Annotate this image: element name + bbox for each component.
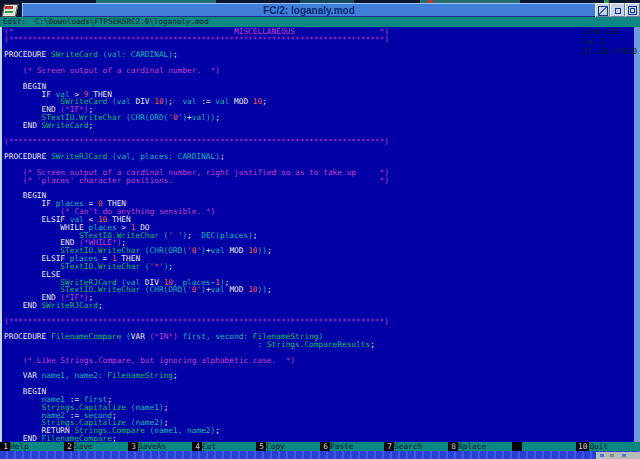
code-token: )) [258,285,267,294]
code-token: (* Like Strings.Compare, but ignoring al… [4,356,295,365]
code-line[interactable]: STextIO.WriteChar (CHR(ORD('0')+val MOD … [4,286,634,294]
cursor-status: Line 132 Col 1 32 x28 CP850 [539,17,637,27]
column-indicator: Col 1 [582,37,605,46]
fkey-2-save[interactable]: 2Save [64,442,128,451]
code-token: 10 [154,97,163,106]
code-line[interactable]: : Strings.CompareResults; [4,341,634,349]
code-line[interactable]: (* Like Strings.Compare, but ignoring al… [4,357,634,365]
fkey-6-paste[interactable]: 6Paste [320,442,384,451]
fkey-label: Search [394,442,448,451]
fkey-8-rplace[interactable]: 8Rplace [448,442,512,451]
line-indicator: Line 132 [582,27,619,36]
code-line[interactable]: (***************************************… [4,138,634,146]
fkey-10-quit[interactable]: 10Quit [576,442,640,451]
code-token: (* 'places' character positions. *) [4,176,389,185]
code-line[interactable]: END SWriteRJCard; [4,302,634,310]
code-token: val [215,97,234,106]
fkey-5-copy[interactable]: 5Copy [256,442,320,451]
code-token: ; [262,97,267,106]
code-line[interactable]: (* 'places' character positions. *) [4,177,634,185]
code-line[interactable]: END SWriteCard; [4,122,634,130]
fkey-label [522,442,576,451]
code-token: := [201,97,215,106]
code-token: (name1, name2) [145,426,215,435]
fkey-label: Cut [202,442,256,451]
window-titlebar[interactable]: FC/2: loganaly.mod [22,3,595,17]
code-token: SWriteCard [42,121,89,130]
code-token: ; [253,231,258,240]
code-line[interactable]: SWriteCard (val DIV 10); val := val MOD … [4,98,634,106]
fkey-number: 2 [64,442,74,451]
code-token: DIV [135,97,154,106]
code-token: Strings.CompareResults [267,340,370,349]
program-icon-red-stripe [5,6,14,9]
code-line[interactable]: STextIO.WriteChar (CHR(ORD('0')+val)); [4,114,634,122]
code-token: SWriteRJCard [42,301,98,310]
code-token: (CHR(ORD( [140,246,187,255]
code-token: ; [220,152,225,161]
code-line[interactable]: (***************************************… [4,318,634,326]
code-line[interactable] [4,185,634,193]
fkey-label: SaveAs [138,442,192,451]
code-line[interactable]: VAR name1, name2: FilenameString; [4,372,634,380]
title-row: FC/2: loganaly.mod [0,3,640,17]
code-token: val [211,285,230,294]
code-line[interactable]: PROCEDURE SWriteRJCard (val, places: CAR… [4,153,634,161]
fkey-number: 1 [0,442,10,451]
fkey-7-search[interactable]: 7Search [384,442,448,451]
background-window-fragment [420,0,520,3]
fkey-9[interactable]: 9 [512,442,576,451]
window-resize-corner[interactable] [596,452,640,459]
code-token: 10 [253,97,262,106]
editor-code: (* MISCELLANEOUS *)(********************… [2,27,634,442]
code-line[interactable]: (* Screen output of a cardinal number. *… [4,67,634,75]
fkey-number: 6 [320,442,330,451]
code-token: PROCEDURE [4,50,51,59]
corner-decoration [600,454,604,457]
fkey-label: Copy [266,442,320,451]
code-token: DEC(places) [192,231,253,240]
fkey-3-saveas[interactable]: 3SaveAs [128,442,192,451]
fkey-label: Paste [330,442,384,451]
code-token: ; [370,340,375,349]
editor-area[interactable]: (* MISCELLANEOUS *)(********************… [0,27,640,442]
code-line[interactable]: STextIO.WriteChar ('*'); [4,263,634,271]
code-line[interactable]: END FilenameCompare; [4,435,634,442]
code-token: END [4,434,42,442]
fkey-4-cut[interactable]: 4Cut [192,442,256,451]
code-token: (CHR(ORD( [140,285,187,294]
code-token: val [211,246,230,255]
code-token: (name1) [126,403,164,412]
fkey-number: 5 [256,442,266,451]
code-token: val [173,97,201,106]
code-token: : [4,340,267,349]
code-line[interactable] [4,75,634,83]
code-token: (val, places: CARDINAL) [107,152,220,161]
code-token: ; [267,285,272,294]
code-token: SWriteCard [51,50,98,59]
maximize-button[interactable] [625,3,640,17]
code-token: END [4,121,42,130]
code-token: ; [89,121,94,130]
desktop-background-strip [0,0,640,3]
minimize-button[interactable] [610,3,625,17]
fkey-number: 10 [576,442,589,451]
charcode-codepage-indicator: 32 x28 CP850 [582,47,637,56]
code-token: FilenameString [107,371,173,380]
function-key-bar: 1Help2Save3SaveAs4Cut5Copy6Paste7Search8… [0,442,640,451]
code-token: ( [140,262,149,271]
code-line[interactable] [4,380,634,388]
code-token: (***************************************… [4,35,389,44]
fkey-label: Quit [589,442,640,451]
fkey-1-help[interactable]: 1Help [0,442,64,451]
hide-button[interactable] [595,3,610,17]
fc2-window: FC/2: loganaly.mod Edit: C:\Downloads\FT… [0,0,640,459]
code-token: ; [173,371,178,380]
window-title: FC/2: loganaly.mod [263,5,355,16]
window-bottom-border [0,451,640,459]
system-menu-icon[interactable] [0,3,22,17]
code-token: val)) [192,113,215,122]
corner-decoration [622,454,626,457]
file-path: Edit: C:\Downloads\FTPSERSRC2.0\loganaly… [3,17,209,27]
maximize-icon [628,6,637,15]
